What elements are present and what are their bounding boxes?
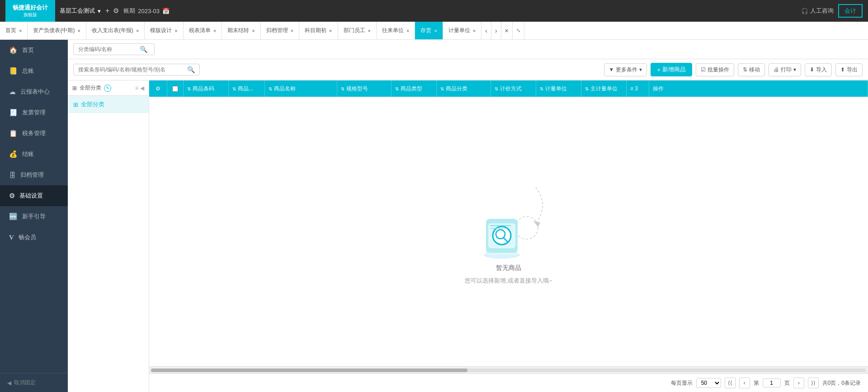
category-search-input[interactable]	[78, 46, 137, 52]
product-search-input[interactable]	[78, 66, 184, 73]
tab-close-icon[interactable]: ×	[77, 28, 80, 33]
tab-balance-sheet[interactable]: 资产负债表(中期) ×	[28, 22, 86, 40]
filter-icon: ▼	[609, 66, 614, 73]
th-price-method[interactable]: ⇅ 计价方式	[491, 80, 536, 97]
logo: 畅捷通好会计 旗舰版	[5, 0, 55, 22]
th-unit[interactable]: ⇅ 计量单位	[536, 80, 581, 97]
tab-close-icon[interactable]: ×	[19, 28, 22, 33]
tab-scroll-left[interactable]: ‹	[481, 22, 491, 40]
tab-taxform[interactable]: 税表清单 ×	[184, 22, 222, 40]
tab-scroll-right[interactable]: ›	[491, 22, 501, 40]
project-selector[interactable]: 基层工会测试 ▾	[60, 7, 101, 15]
th-category[interactable]: ⇅ 商品分类	[437, 80, 491, 97]
tab-subject-init[interactable]: 科目期初 ×	[299, 22, 338, 40]
th-main-unit[interactable]: ⇅ 主计量单位	[581, 80, 627, 97]
th-settings[interactable]: ⚙	[149, 80, 167, 97]
sidebar-collapse[interactable]: ◀ 取消固定	[0, 373, 68, 392]
batch-ops-button[interactable]: ☑ 批量操作	[696, 63, 734, 76]
sidebar-item-home[interactable]: 🏠 首页	[0, 40, 68, 61]
tab-template[interactable]: 模版设计 ×	[145, 22, 183, 40]
tab-close-icon[interactable]: ×	[252, 28, 255, 33]
sidebar-item-basic[interactable]: ⚙ 基础设置	[0, 185, 68, 206]
tab-close-icon[interactable]: ×	[136, 28, 139, 33]
expand-icon[interactable]: ≡	[135, 85, 138, 91]
sidebar-item-ledger[interactable]: 📒 总账	[0, 61, 68, 81]
sidebar-item-member[interactable]: V 畅会员	[0, 227, 68, 248]
sidebar-label: 新手引导	[22, 213, 46, 221]
category-search-box[interactable]: 🔍	[73, 43, 155, 55]
tab-inventory[interactable]: 存货 ×	[415, 22, 443, 40]
sidebar-item-invoice[interactable]: 🧾 发票管理	[0, 102, 68, 123]
move-button[interactable]: ⇅ 移动	[738, 63, 765, 76]
project-name: 基层工会测试	[60, 7, 95, 15]
chevron-down-icon: ▾	[793, 66, 796, 73]
tab-close-icon[interactable]: ×	[434, 28, 437, 33]
export-label: 导出	[847, 66, 858, 74]
tab-home[interactable]: 首页 ×	[0, 22, 28, 40]
tab-unit[interactable]: 计量单位 ×	[443, 22, 481, 40]
horizontal-scrollbar[interactable]	[149, 366, 868, 373]
sidebar-item-guide[interactable]: 🆕 新手引导	[0, 206, 68, 227]
import-button[interactable]: ⬇ 导入	[805, 63, 832, 76]
tab-close-icon[interactable]: ×	[473, 28, 476, 33]
sidebar-item-tax[interactable]: 📋 税务管理	[0, 123, 68, 144]
export-button[interactable]: ⬆ 导出	[835, 63, 863, 76]
empty-state: 暂无商品 您可以选择新增,或者直接导入哦~	[149, 97, 868, 366]
consult-button[interactable]: 🎧 人工咨询	[801, 7, 834, 15]
add-tab-button[interactable]: +	[105, 7, 109, 15]
grid-icon: ⊞	[72, 85, 77, 91]
search-icon: 🔍	[140, 46, 147, 53]
tab-contacts[interactable]: 往来单位 ×	[377, 22, 415, 40]
tab-close-icon[interactable]: ×	[406, 28, 409, 33]
settings-icon[interactable]: ⚙	[113, 7, 119, 15]
tab-archive[interactable]: 归档管理 ×	[261, 22, 299, 40]
scrollbar-track[interactable]	[151, 368, 866, 372]
account-button[interactable]: 会计	[838, 4, 863, 18]
scrollbar-thumb[interactable]	[151, 368, 467, 372]
tab-department[interactable]: 部门员工 ×	[338, 22, 377, 40]
tab-close-icon[interactable]: ×	[291, 28, 293, 33]
next-page-button[interactable]: ›	[793, 378, 804, 388]
prev-page-button[interactable]: ‹	[739, 378, 750, 388]
move-label: 移动	[749, 66, 760, 74]
select-all-checkbox[interactable]	[172, 86, 178, 92]
tab-expand[interactable]: ⤡	[513, 22, 524, 40]
tab-close-all[interactable]: ×	[501, 22, 513, 40]
last-page-button[interactable]: ⟩⟩	[808, 378, 819, 388]
sidebar-item-reports[interactable]: ☁ 云报表中心	[0, 81, 68, 102]
edit-icon[interactable]: ✎	[104, 85, 111, 92]
tab-period-transfer[interactable]: 期末结转 ×	[222, 22, 260, 40]
page-number-input[interactable]	[763, 378, 781, 387]
th-check[interactable]	[167, 80, 184, 97]
th-type[interactable]: ⇅ 商品类型	[392, 80, 437, 97]
first-page-button[interactable]: ⟨⟨	[725, 378, 736, 388]
th-barcode[interactable]: ⇅ 商品条码	[184, 80, 229, 97]
col-label: 计量单位	[545, 85, 567, 93]
col-label: 操作	[653, 85, 664, 93]
sidebar-item-archive[interactable]: 🗄 归档管理	[0, 165, 68, 185]
product-search-box[interactable]: 🔍	[73, 64, 200, 76]
th-spec[interactable]: ⇅ 规格型号	[337, 80, 392, 97]
th-col3[interactable]: ≡ 3	[627, 80, 649, 97]
print-button[interactable]: 🖨 打印 ▾	[769, 63, 801, 76]
more-conditions-button[interactable]: ▼ 更多条件 ▾	[604, 63, 647, 76]
page-size-select[interactable]: 50 10 20 100	[696, 378, 721, 388]
category-all[interactable]: ⊞ 全部分类	[68, 96, 149, 113]
add-icon: +	[657, 66, 660, 73]
sidebar-label: 结账	[22, 150, 34, 158]
page-end-label: 页	[784, 379, 790, 387]
tab-close-icon[interactable]: ×	[368, 28, 371, 33]
tab-income[interactable]: 收入支出表(年报) ×	[86, 22, 145, 40]
sidebar-item-settle[interactable]: 💰 结账	[0, 144, 68, 165]
tab-close-icon[interactable]: ×	[213, 28, 216, 33]
col-label: 商品名称	[274, 85, 296, 93]
tab-close-icon[interactable]: ×	[329, 28, 332, 33]
tab-close-icon[interactable]: ×	[175, 28, 177, 33]
th-code[interactable]: ⇅ 商品...	[229, 80, 265, 97]
calendar-icon[interactable]: 📅	[162, 8, 170, 14]
category-header: ⊞ 全部分类 ✎ ≡ ◀	[68, 80, 149, 96]
batch-icon: ☑	[701, 66, 706, 73]
th-name[interactable]: ⇅ 商品名称	[265, 80, 337, 97]
collapse-panel-icon[interactable]: ◀	[140, 85, 144, 91]
add-product-button[interactable]: + 新增商品	[651, 63, 692, 76]
